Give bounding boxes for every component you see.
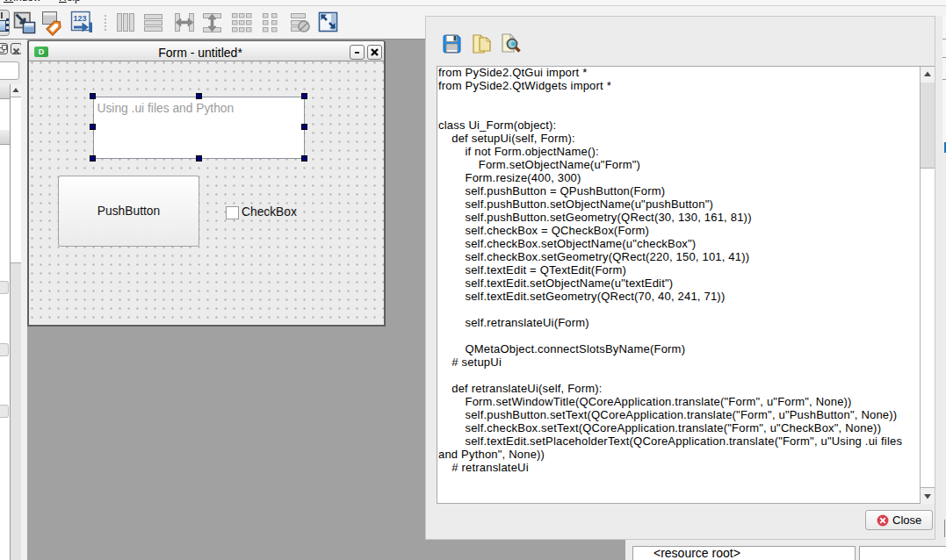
svg-text:123: 123 [74,14,87,23]
